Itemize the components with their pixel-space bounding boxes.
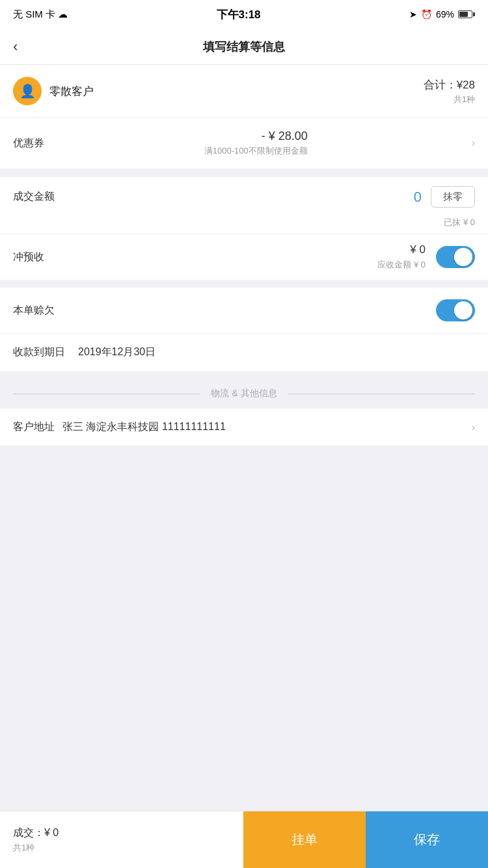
bottom-info: 成交：¥ 0 共1种	[0, 826, 243, 854]
prepay-label: 冲预收	[13, 251, 44, 264]
customer-left: 👤 零散客户	[13, 77, 94, 105]
address-chevron-icon: ›	[472, 422, 475, 433]
prepay-toggle[interactable]	[436, 246, 475, 268]
avatar: 👤	[13, 77, 42, 105]
logistics-divider: 物流 & 其他信息	[0, 379, 488, 409]
debt-label: 本单赊欠	[13, 304, 55, 318]
coupon-label: 优惠券	[13, 137, 44, 150]
divider-right	[288, 394, 475, 394]
status-bar: 无 SIM 卡 ☁ 下午3:18 ➤ ⏰ 69%	[0, 0, 488, 29]
customer-section: 👤 零散客户 合计：¥28 共1种 优惠券 - ¥ 28.00 满1000-10…	[0, 65, 488, 169]
prepay-amount: ¥ 0	[410, 243, 426, 256]
battery-label: 69%	[436, 9, 454, 20]
content: 👤 零散客户 合计：¥28 共1种 优惠券 - ¥ 28.00 满1000-10…	[0, 65, 488, 519]
deal-amount-label: 成交金额	[13, 190, 55, 204]
location-icon: ➤	[409, 9, 417, 20]
coupon-row[interactable]: 优惠券 - ¥ 28.00 满1000-100不限制使用金额 ›	[0, 117, 488, 169]
customer-right: 合计：¥28 共1种	[424, 77, 475, 105]
divider-left	[13, 394, 200, 394]
bottom-deal-amount: ¥ 0	[44, 827, 59, 838]
chevron-right-icon: ›	[472, 137, 475, 149]
due-date-row[interactable]: 收款到期日 2019年12月30日	[0, 333, 488, 371]
avatar-icon: 👤	[20, 83, 36, 99]
status-right: ➤ ⏰ 69%	[409, 9, 475, 20]
debt-section: 本单赊欠 收款到期日 2019年12月30日	[0, 288, 488, 371]
round-zero-button[interactable]: 抹零	[431, 186, 475, 208]
nav-bar: ‹ 填写结算等信息	[0, 29, 488, 65]
save-button[interactable]: 保存	[366, 811, 488, 869]
debt-row: 本单赊欠	[0, 288, 488, 333]
prepay-row: 冲预收 ¥ 0 应收金额 ¥ 0	[0, 234, 488, 280]
prepay-sub: 应收金额 ¥ 0	[377, 259, 426, 271]
prepay-right: ¥ 0 应收金额 ¥ 0	[377, 243, 426, 271]
status-left: 无 SIM 卡 ☁	[13, 8, 68, 21]
status-time: 下午3:18	[217, 7, 261, 22]
due-date-label: 收款到期日	[13, 346, 65, 359]
battery-icon	[458, 10, 475, 18]
address-value: 张三 海淀永丰科技园 11111111111	[62, 420, 460, 434]
no-sim-label: 无 SIM 卡 ☁	[13, 8, 68, 21]
deal-amount-row: 成交金额 0 抹零	[0, 176, 488, 217]
total-price: 合计：¥28	[424, 77, 475, 92]
hang-order-button[interactable]: 挂单	[243, 811, 366, 869]
deal-section: 成交金额 0 抹零 已抹 ¥ 0 冲预收 ¥ 0 应收金额 ¥ 0	[0, 176, 488, 280]
coupon-value: - ¥ 28.00	[262, 129, 308, 143]
deal-amount-right: 0 抹零	[402, 186, 475, 208]
logistics-label: 物流 & 其他信息	[211, 388, 277, 400]
coupon-sub: 满1000-100不限制使用金额	[204, 145, 308, 157]
customer-name: 零散客户	[49, 84, 94, 99]
bottom-count: 共1种	[13, 842, 230, 854]
back-button[interactable]: ‹	[13, 38, 18, 55]
address-label: 客户地址	[13, 420, 55, 434]
address-section: 客户地址 张三 海淀永丰科技园 11111111111 ›	[0, 409, 488, 446]
total-count: 共1种	[424, 94, 475, 105]
debt-toggle[interactable]	[436, 299, 475, 321]
page-title: 填写结算等信息	[203, 39, 285, 55]
deal-amount-sub: 已抹 ¥ 0	[0, 217, 488, 234]
bottom-deal-label: 成交：	[13, 827, 44, 838]
bottom-bar: 成交：¥ 0 共1种 挂单 保存	[0, 811, 488, 868]
address-row[interactable]: 客户地址 张三 海淀永丰科技园 11111111111 ›	[0, 409, 488, 446]
due-date-value: 2019年12月30日	[78, 346, 156, 359]
customer-row[interactable]: 👤 零散客户 合计：¥28 共1种	[0, 65, 488, 117]
deal-amount-input[interactable]: 0	[402, 189, 422, 206]
coupon-right: - ¥ 28.00 满1000-100不限制使用金额	[204, 129, 308, 157]
alarm-icon: ⏰	[421, 9, 432, 20]
bottom-deal: 成交：¥ 0	[13, 826, 230, 840]
